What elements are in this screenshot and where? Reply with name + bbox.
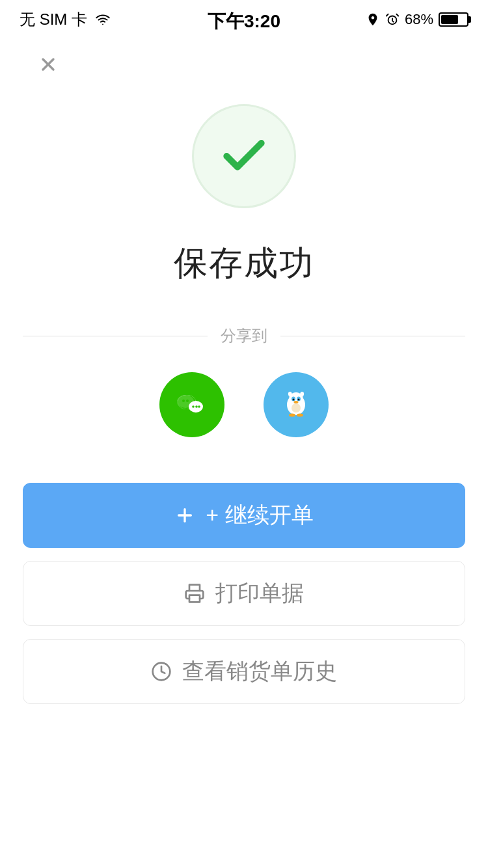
share-divider: 分享到 — [23, 325, 465, 346]
print-label: 打印单据 — [215, 578, 304, 608]
location-icon — [366, 12, 380, 27]
svg-point-7 — [182, 400, 185, 402]
divider-left — [23, 336, 208, 336]
history-icon — [151, 661, 172, 682]
svg-point-23 — [297, 414, 303, 417]
action-buttons: + 继续开单 打印单据 查看销货单历史 — [23, 483, 465, 704]
share-section: 分享到 — [0, 325, 488, 437]
print-button[interactable]: 打印单据 — [23, 561, 465, 626]
svg-point-10 — [192, 405, 195, 408]
battery-percent: 68% — [405, 11, 433, 28]
svg-rect-28 — [189, 595, 200, 603]
success-title: 保存成功 — [174, 241, 314, 286]
qq-icon — [277, 385, 316, 424]
plus-icon — [174, 505, 195, 526]
wechat-share-button[interactable] — [159, 372, 224, 437]
svg-point-0 — [102, 23, 103, 25]
wifi-icon — [94, 12, 112, 27]
status-time: 下午3:20 — [208, 9, 280, 34]
svg-point-11 — [195, 405, 198, 408]
svg-point-22 — [289, 414, 295, 417]
alarm-icon — [385, 12, 400, 27]
svg-point-19 — [298, 399, 300, 401]
print-icon — [184, 583, 205, 604]
battery-icon — [439, 12, 468, 27]
status-icons: 68% — [366, 11, 468, 28]
success-icon-circle — [192, 104, 296, 208]
wechat-icon — [172, 385, 211, 424]
svg-point-20 — [294, 401, 299, 403]
continue-button[interactable]: + 继续开单 — [23, 483, 465, 548]
main-content: 保存成功 分享到 — [0, 39, 488, 704]
continue-label: + 继续开单 — [206, 500, 313, 530]
svg-point-12 — [198, 405, 200, 408]
svg-point-21 — [291, 403, 301, 413]
divider-right — [280, 336, 465, 336]
svg-point-18 — [293, 399, 295, 401]
status-bar: 无 SIM 卡 下午3:20 68% — [0, 0, 488, 39]
history-label: 查看销货单历史 — [182, 657, 337, 686]
close-button[interactable] — [33, 49, 64, 80]
status-carrier: 无 SIM 卡 — [20, 9, 112, 30]
qq-share-button[interactable] — [264, 372, 329, 437]
checkmark-icon — [218, 130, 270, 182]
svg-point-8 — [186, 400, 189, 402]
share-icons-row — [159, 372, 329, 437]
history-button[interactable]: 查看销货单历史 — [23, 639, 465, 704]
share-label: 分享到 — [221, 325, 267, 346]
